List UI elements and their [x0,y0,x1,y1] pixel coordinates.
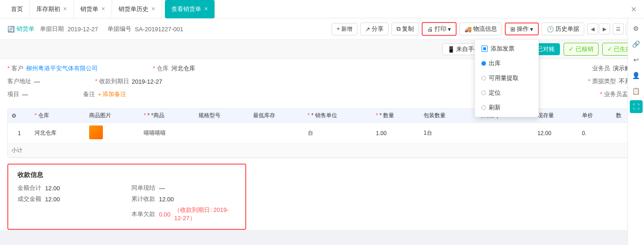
operations-dropdown-arrow: ▾ [530,26,533,33]
tab-inventory-init-close[interactable]: ✕ [63,6,67,12]
tab-sales-history[interactable]: 销货单历史 ✕ [112,0,162,18]
outstanding-note: （收款到期日: 2019-12-27） [174,206,236,222]
tab-inventory-init-label: 库存期初 [36,5,60,13]
doc-icon: 🔄 [7,26,15,33]
history-label: 历史单据 [555,25,579,33]
row-current-qty: 12.00 [534,123,578,144]
cumulative-receipt-label: 累计收款 [131,195,155,203]
customer-field: 客户 柳州粤港平安气体有限公司 [7,64,98,73]
dropdown-locate[interactable]: 定位 [475,85,538,100]
product-thumbnail [89,125,103,139]
ticket-type-label: 票据类型 [588,77,616,85]
row-pack-qty: 1台 [420,123,475,144]
history-button[interactable]: 🕐 历史单据 [542,23,584,35]
same-order-value: — [159,185,165,192]
operations-label: 操作 [517,25,529,33]
nav-next-button[interactable]: ▶ [599,23,610,34]
refresh-icon [481,105,486,110]
tab-view-sales-close[interactable]: ✕ [204,6,208,12]
copy-label: 复制 [402,25,414,33]
transaction-amount-value: 12.00 [45,196,60,203]
customer-value[interactable]: 柳州粤港平安气体有限公司 [26,64,98,73]
doc-title: 🔄 销货单 [7,25,34,33]
table-header-spec: 规格型号 [195,109,249,123]
warehouse-field: 仓库 河北仓库 [153,64,196,73]
share-label: 分享 [372,25,384,33]
locate-icon [481,91,486,95]
window-close-button[interactable]: ✕ [631,5,637,13]
total-amount-row: 金额合计 12.00 [17,184,122,192]
new-button[interactable]: + 新增 [332,23,357,35]
copy-button[interactable]: ⧉ 复制 [391,23,419,35]
form-row-3: 项目 — 备注 + 添加备注 业务员盂 — [7,90,637,98]
operations-wrapper: ⊞ 操作 ▾ 添加发票 出库 [505,23,539,35]
right-sidebar: ⚙ 🔗 ↩ 👤 📋 ⛶ [627,18,644,245]
table-header-warehouse: 仓库 [31,109,85,123]
add-note-button[interactable]: + 添加备注 [98,90,126,98]
dropdown-refresh[interactable]: 刷新 [475,100,538,115]
sidebar-settings-icon[interactable]: ⚙ [630,22,643,35]
available-qty-icon [481,76,486,80]
payment-date-label: 收款到期日 [95,77,129,85]
row-product: 嘻嘻嘻嘻 [140,123,195,144]
truck-icon: 🚚 [464,26,472,33]
tab-sales-history-label: 销货单历史 [119,5,148,13]
add-invoice-label: 添加发票 [491,45,514,53]
sale-returned-button[interactable]: ✓ 已核销 [564,43,598,56]
same-order-row: 同单现结 — [131,184,236,192]
svg-rect-0 [483,47,486,50]
cumulative-receipt-value: 12.00 [159,196,174,203]
share-button[interactable]: ↗ 分享 [360,23,389,35]
table-header-settings[interactable]: ⚙ [8,109,31,123]
sidebar-return-icon[interactable]: ↩ [630,53,643,66]
nav-prev-button[interactable]: ◀ [587,23,598,34]
address-field: 客户地址 — [7,77,40,85]
dropdown-outbound[interactable]: 出库 [475,56,538,71]
operations-button[interactable]: ⊞ 操作 ▾ [505,23,539,35]
toolbar-row: 📱 来自手机 ● 未开票 ✓ 已对账 ✓ 已核销 ✓ 已生效 [0,40,644,59]
sidebar-expand-icon[interactable]: ⛶ [630,100,643,113]
table-header-current-qty: 现存量 [534,109,578,123]
list-view-button[interactable]: ☰ [613,23,624,34]
project-field: 项目 — [7,90,28,98]
project-label: 项目 [7,90,19,98]
payment-date-value: 2019-12-27 [132,78,163,85]
tab-sales-order[interactable]: 销货单 ✕ [74,0,112,18]
tab-view-sales[interactable]: 查看销货单 ✕ [165,0,215,18]
row-unit-price: 0. [578,123,612,144]
customer-label: 客户 [7,64,23,73]
outbound-label: 出库 [489,59,501,68]
invoice-icon [481,46,488,52]
data-table: ⚙ 仓库 商品图片 * *商品 规格型号 最低库存 * 销售单位 * 数量 包装… [8,109,636,158]
subtotal-row: 小计 [8,144,636,158]
warehouse-value: 河北仓库 [171,64,195,73]
tab-sales-history-close[interactable]: ✕ [151,6,155,12]
print-label: 打印 [435,25,446,33]
tab-home-label: 首页 [11,5,23,13]
sidebar-copy-icon[interactable]: 📋 [630,85,643,97]
share-icon: ↗ [365,26,370,33]
row-image [85,123,140,144]
history-icon: 🕐 [547,26,554,33]
print-button[interactable]: 🖨 打印 ▾ [422,22,457,36]
check-label: 已对账 [537,45,555,53]
table-header-image: 商品图片 [85,109,140,123]
logistics-button[interactable]: 🚚 物流信息 [459,23,502,35]
tab-view-sales-label: 查看销货单 [171,5,201,13]
row-qty: 1.00 [372,123,420,144]
dropdown-available-qty[interactable]: 可用量提取 [475,71,538,85]
sidebar-link-icon[interactable]: 🔗 [630,38,643,51]
print-dropdown-arrow[interactable]: ▾ [448,26,451,33]
note-field: 备注 + 添加备注 [83,90,126,98]
available-qty-label: 可用量提取 [489,74,519,82]
dropdown-add-invoice[interactable]: 添加发票 [475,41,538,56]
subtotal-label: 小计 [8,144,636,158]
tab-sales-order-close[interactable]: ✕ [101,6,105,12]
logistics-label: 物流信息 [473,25,497,33]
same-order-label: 同单现结 [131,184,155,192]
tab-home[interactable]: 首页 [5,0,30,18]
tab-inventory-init[interactable]: 库存期初 ✕ [30,0,74,18]
table-wrapper: ⚙ 仓库 商品图片 * *商品 规格型号 最低库存 * 销售单位 * 数量 包装… [7,108,637,158]
sidebar-person-icon[interactable]: 👤 [630,69,643,82]
row-available [475,123,534,144]
